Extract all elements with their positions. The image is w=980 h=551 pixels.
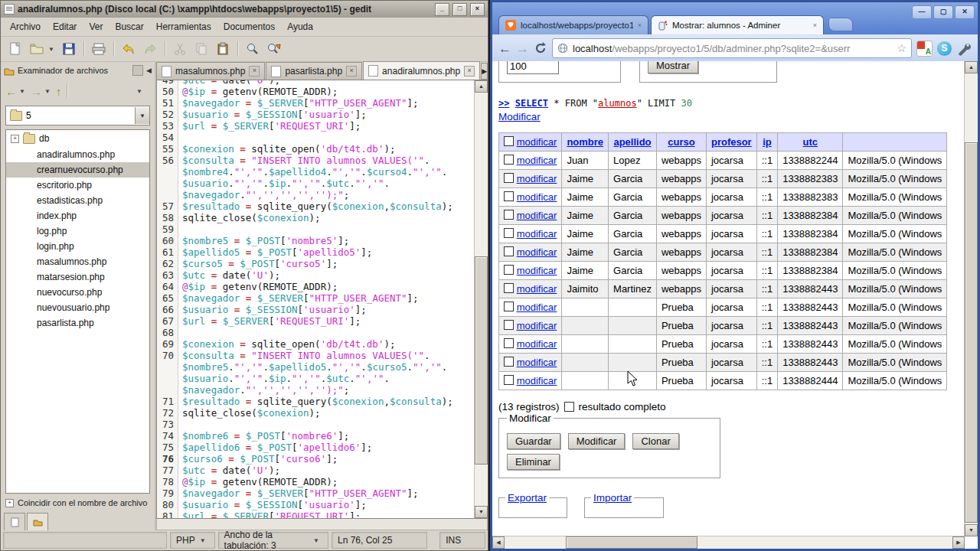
row-modify-link[interactable]: modificar — [517, 155, 557, 166]
expander-icon[interactable]: + — [11, 135, 19, 143]
back-icon[interactable]: ← — [5, 85, 17, 98]
tab-localhost[interactable]: localhost/webapps/proyecto1/ × — [498, 15, 648, 34]
location-combo[interactable]: 5 ▼ — [5, 106, 150, 126]
file-item[interactable]: login.php — [6, 239, 149, 254]
editor-tab[interactable]: anadiralumnos.php× — [363, 61, 480, 80]
row-modify-link[interactable]: modificar — [517, 302, 557, 313]
row-checkbox[interactable] — [504, 228, 514, 238]
save-icon[interactable] — [59, 39, 79, 59]
row-modify-link[interactable]: modificar — [517, 210, 557, 221]
forward-icon[interactable]: → — [31, 85, 42, 98]
row-checkbox[interactable] — [504, 155, 514, 165]
tab-close-icon[interactable]: × — [813, 21, 817, 29]
row-modify-link[interactable]: modificar — [517, 338, 557, 350]
back-dropdown-icon[interactable]: ▼ — [19, 88, 25, 95]
row-modify-link[interactable]: modificar — [517, 246, 557, 258]
page-hscroll-thumb[interactable] — [566, 536, 697, 549]
sql-table-link[interactable]: alumnos — [598, 98, 637, 109]
menu-archivo[interactable]: Archivo — [4, 19, 47, 34]
back-icon[interactable]: ← — [498, 42, 511, 55]
file-item[interactable]: estadisticas.php — [6, 193, 149, 208]
panel-menu-icon[interactable] — [132, 65, 143, 76]
row-checkbox[interactable] — [504, 265, 514, 275]
column-sort-apellido[interactable]: apellido — [613, 136, 651, 148]
scroll-down-icon[interactable]: ▼ — [475, 506, 488, 518]
row-checkbox[interactable] — [504, 283, 514, 293]
file-item[interactable]: crearnuevocurso.php — [6, 162, 149, 178]
tab-close-icon[interactable]: × — [346, 66, 357, 77]
scroll-down-icon[interactable]: ▼ — [965, 524, 978, 536]
gedit-minimize-button[interactable]: _ — [435, 3, 449, 16]
row-modify-link[interactable]: modificar — [517, 375, 557, 386]
mostrar-button[interactable]: Mostrar — [648, 61, 698, 73]
row-checkbox[interactable] — [504, 246, 514, 256]
column-sort-curso[interactable]: curso — [668, 136, 694, 148]
copy-icon[interactable] — [191, 39, 211, 59]
open-folder-icon[interactable] — [27, 39, 47, 59]
menu-editar[interactable]: Editar — [47, 19, 83, 34]
scroll-left-icon[interactable]: ◀ — [492, 536, 505, 549]
panel-collapse-icon[interactable]: ◀ — [146, 67, 152, 74]
menu-buscar[interactable]: Buscar — [109, 19, 149, 34]
address-bar[interactable]: localhost/webapps/proyecto1/5/db/adminer… — [552, 38, 912, 58]
menu-documentos[interactable]: Documentos — [217, 19, 281, 34]
wrench-menu-icon[interactable] — [956, 41, 972, 56]
tab-scroll-right-icon[interactable]: ▶ — [481, 63, 488, 80]
skype-extension-icon[interactable]: S — [937, 41, 952, 56]
column-sort-utc[interactable]: utc — [803, 136, 818, 148]
file-item[interactable]: matarsesion.php — [6, 269, 149, 285]
redo-icon[interactable] — [140, 39, 160, 59]
tab-close-icon[interactable]: × — [249, 66, 260, 77]
tab-close-icon[interactable]: × — [638, 21, 642, 29]
row-checkbox[interactable] — [504, 375, 514, 385]
gedit-close-button[interactable]: × — [470, 3, 485, 16]
row-modify-link[interactable]: modificar — [517, 173, 557, 184]
row-checkbox[interactable] — [504, 191, 514, 201]
new-document-icon[interactable] — [5, 39, 25, 59]
file-item[interactable]: log.php — [6, 223, 149, 239]
page-vscroll-thumb[interactable] — [965, 142, 978, 523]
find-icon[interactable] — [243, 39, 263, 59]
reload-icon[interactable] — [534, 41, 547, 55]
editor-tab[interactable]: masalumnos.php× — [156, 62, 265, 80]
guardar-button[interactable]: Guardar — [507, 433, 560, 449]
file-item[interactable]: nuevocurso.php — [6, 285, 149, 300]
whole-result-checkbox[interactable] — [564, 402, 574, 412]
select-all-checkbox[interactable] — [504, 136, 514, 146]
row-modify-link[interactable]: modificar — [517, 283, 557, 295]
limit-input[interactable] — [507, 61, 559, 74]
expander-icon[interactable]: + — [5, 499, 14, 507]
exportar-link[interactable]: Exportar — [508, 492, 547, 504]
tab-close-icon[interactable]: × — [464, 66, 475, 77]
forward-dropdown-icon[interactable]: ▼ — [44, 88, 51, 95]
undo-icon[interactable] — [119, 39, 139, 59]
gedit-titlebar[interactable]: anadiralumnos.php (Disco local (C:) \xam… — [1, 1, 488, 18]
row-modify-link[interactable]: modificar — [517, 320, 557, 331]
scroll-up-icon[interactable]: ▲ — [475, 80, 488, 93]
row-modify-link[interactable]: modificar — [517, 191, 557, 203]
browser-titlebar[interactable]: — ▢ ✕ localhost/webapps/proyecto1/ × Mos… — [492, 2, 978, 34]
file-browser-panel-tab[interactable] — [27, 513, 48, 530]
column-sort-profesor[interactable]: profesor — [711, 136, 752, 148]
code-view[interactable]: 49$utc = date('U');50@$ip = getenv(REMOT… — [156, 80, 488, 519]
sql-select-link[interactable]: SELECT — [515, 98, 548, 109]
menu-ver[interactable]: Ver — [83, 19, 109, 34]
open-dropdown-icon[interactable]: ▼ — [48, 39, 57, 59]
scroll-right-icon[interactable]: ▶ — [952, 536, 965, 549]
modify-all-link[interactable]: modificar — [517, 136, 557, 148]
file-item[interactable]: nuevousuario.php — [6, 300, 149, 315]
tab-adminer[interactable]: Mostrar: alumnos - Adminer × — [651, 15, 824, 34]
modificar-link[interactable]: Modificar — [498, 111, 541, 122]
cut-icon[interactable] — [170, 39, 190, 59]
tab-width-selector[interactable]: Ancho de la tabulación: 3▼ — [218, 532, 328, 549]
sql-prompt-link[interactable]: >> — [498, 98, 509, 109]
paste-icon[interactable] — [213, 39, 233, 59]
nav-more-icon[interactable]: ▼ — [136, 88, 142, 95]
row-checkbox[interactable] — [504, 338, 514, 348]
page-hscrollbar[interactable]: ◀ ▶ — [492, 536, 965, 549]
modificar-button[interactable]: Modificar — [568, 433, 626, 449]
row-modify-link[interactable]: modificar — [517, 265, 557, 276]
eliminar-button[interactable]: Eliminar — [507, 454, 560, 470]
bookmark-star-icon[interactable]: ☆ — [897, 42, 906, 54]
file-item[interactable]: masalumnos.php — [6, 254, 149, 269]
